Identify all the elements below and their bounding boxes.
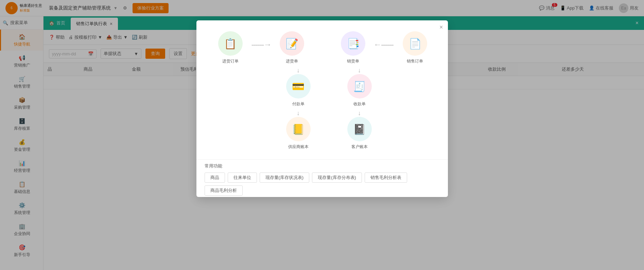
- purchase-order-circle: 📋: [218, 31, 243, 56]
- purchase-receipt-circle: 📝: [280, 31, 304, 56]
- flow-node-customer-ledger[interactable]: 📓 客户账本: [339, 117, 380, 150]
- flow-node-sales-order[interactable]: 📄 销售订单: [395, 31, 435, 64]
- customer-ledger-circle: 📓: [347, 117, 372, 141]
- flow-arrows-down-1: ↓ ↓: [210, 67, 434, 74]
- modal-close-button[interactable]: ×: [439, 24, 443, 31]
- flow-node-payment[interactable]: 💳 付款单: [278, 74, 319, 107]
- common-btn-stock-status[interactable]: 现存量(库存状况表): [260, 173, 310, 183]
- common-btn-sales-gross[interactable]: 销售毛利分析表: [365, 173, 407, 183]
- common-btn-stock-dist[interactable]: 现存量(库存分布表): [312, 173, 362, 183]
- modal-overlay[interactable]: × 📋 进货订单 ‑‑‑‑‑‑→ 📝: [0, 0, 644, 270]
- quick-nav-modal: × 📋 进货订单 ‑‑‑‑‑‑→ 📝: [196, 20, 448, 197]
- arrow-down-pay: ↓: [278, 110, 319, 117]
- flow-row-3: 📒 供应商账本 📓 客户账本: [210, 117, 434, 150]
- sales-receipt-label: 销货单: [347, 58, 359, 64]
- sales-order-label: 销售订单: [407, 58, 423, 64]
- common-functions-section: 常用功能 商品 往来单位 现存量(库存状况表) 现存量(库存分布表) 销售毛利分…: [196, 159, 448, 197]
- flow-arrows-down-2: ↓ ↓: [210, 110, 434, 117]
- supplier-ledger-label: 供应商账本: [288, 144, 309, 150]
- arrow-so-to-sr: ‑‑‑‑‑‑→: [374, 40, 394, 56]
- flow-node-purchase-order[interactable]: 📋 进货订单: [210, 31, 251, 64]
- common-btn-partner[interactable]: 往来单位: [228, 173, 257, 183]
- flow-diagram: 📋 进货订单 ‑‑‑‑‑‑→ 📝 进货单: [196, 20, 448, 159]
- arrow-po-to-pr: ‑‑‑‑‑‑→: [251, 40, 271, 56]
- common-buttons-row: 商品 往来单位 现存量(库存状况表) 现存量(库存分布表) 销售毛利分析表 商品…: [205, 173, 440, 196]
- receipt-circle: 🧾: [347, 74, 372, 98]
- customer-ledger-label: 客户账本: [351, 144, 368, 150]
- flow-node-supplier-ledger[interactable]: 📒 供应商账本: [278, 117, 319, 150]
- arrow-down-sr: ↓: [339, 67, 380, 74]
- flow-row-1: 📋 进货订单 ‑‑‑‑‑‑→ 📝 进货单: [210, 31, 434, 64]
- payment-circle: 💳: [286, 74, 311, 98]
- flow-node-receipt[interactable]: 🧾 收款单: [339, 74, 380, 107]
- sales-receipt-circle: 📑: [341, 31, 365, 56]
- purchase-order-label: 进货订单: [222, 58, 239, 64]
- receipt-label: 收款单: [353, 101, 366, 107]
- arrow-down-pr: ↓: [278, 67, 319, 74]
- sales-order-circle: 📄: [403, 31, 427, 56]
- common-btn-goods-gross[interactable]: 商品毛利分析: [205, 185, 243, 196]
- flow-node-purchase-receipt[interactable]: 📝 进货单: [272, 31, 312, 64]
- common-btn-goods[interactable]: 商品: [205, 173, 225, 183]
- arrow-down-rec: ↓: [339, 110, 380, 117]
- purchase-receipt-label: 进货单: [286, 58, 298, 64]
- flow-row-2: 💳 付款单 🧾 收款单: [210, 74, 434, 107]
- common-functions-title: 常用功能: [205, 163, 440, 169]
- supplier-ledger-circle: 📒: [286, 117, 311, 141]
- payment-label: 付款单: [292, 101, 304, 107]
- flow-node-sales-receipt[interactable]: 📑 销货单: [333, 31, 373, 64]
